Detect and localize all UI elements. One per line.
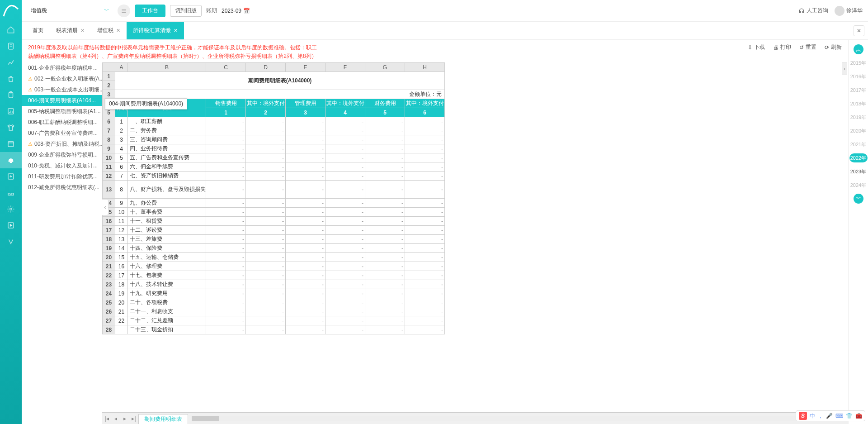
cell-rownum-4[interactable]: 5 (115, 153, 128, 162)
cell-rownum-22[interactable] (115, 325, 128, 334)
cell-0-3[interactable]: - (326, 117, 365, 126)
ime-logo-icon[interactable]: S (799, 412, 807, 420)
nav-doc-icon[interactable] (0, 38, 22, 54)
row-27[interactable]: 27 (103, 316, 115, 325)
cell-2-4[interactable]: - (365, 135, 405, 144)
row-9[interactable]: 9 (103, 144, 115, 153)
cell-15-1[interactable]: - (246, 262, 286, 271)
cell-17-4[interactable]: - (365, 280, 405, 289)
user-menu[interactable]: 徐泽华 (835, 6, 863, 16)
row-11[interactable]: 11 (103, 162, 115, 172)
side-item-8[interactable]: 009-企业所得税弥补亏损明... (22, 149, 102, 160)
nav-home-icon[interactable] (0, 22, 22, 38)
cell-9-3[interactable]: - (326, 208, 365, 217)
row-28[interactable]: 28 (103, 325, 115, 334)
side-item-10[interactable]: 011-研发费用加计扣除优惠... (22, 171, 102, 182)
cell-15-3[interactable]: - (326, 262, 365, 271)
cell-4-4[interactable]: - (365, 153, 405, 162)
cell-name-17[interactable]: 十八、技术转让费 (128, 280, 206, 289)
cell-12-4[interactable]: - (365, 235, 405, 244)
cell-9-5[interactable]: - (405, 208, 445, 217)
cell-18-1[interactable]: - (246, 289, 286, 298)
cell-21-4[interactable]: - (365, 316, 405, 325)
cell-name-10[interactable]: 十一、租赁费 (128, 217, 206, 226)
cell-2-5[interactable]: - (405, 135, 445, 144)
cell-6-5[interactable]: - (405, 172, 445, 181)
ime-tool-icon[interactable]: 🧰 (855, 413, 862, 419)
cell-3-5[interactable]: - (405, 144, 445, 153)
cell-12-2[interactable]: - (286, 235, 326, 244)
cell-1-4[interactable]: - (365, 126, 405, 135)
cell-16-2[interactable]: - (286, 271, 326, 280)
year-2023年[interactable]: 2023年 (849, 165, 868, 178)
list-toggle-button[interactable] (118, 5, 130, 17)
cell-15-0[interactable]: - (206, 262, 246, 271)
cell-name-14[interactable]: 十五、运输、仓储费 (128, 253, 206, 262)
side-item-11[interactable]: 012-减免所得税优惠明细表(... (22, 182, 102, 193)
cell-rownum-5[interactable]: 6 (115, 162, 128, 172)
cell-2-0[interactable]: - (206, 135, 246, 144)
cell-11-5[interactable]: - (405, 226, 445, 235)
cell-21-5[interactable]: - (405, 316, 445, 325)
col-D[interactable]: D (246, 63, 286, 72)
cell-name-7[interactable]: 八、财产损耗、盘亏及毁损损失 (128, 181, 206, 199)
cell-22-3[interactable]: - (326, 325, 365, 334)
cell-1-2[interactable]: - (286, 126, 326, 135)
cell-20-5[interactable]: - (405, 307, 445, 316)
row-6[interactable]: 6 (103, 117, 115, 126)
cell-rownum-13[interactable]: 14 (115, 244, 128, 253)
close-icon[interactable]: ✕ (116, 28, 120, 33)
cell-17-5[interactable]: - (405, 280, 445, 289)
cell-19-5[interactable]: - (405, 298, 445, 307)
nav-inbox-icon[interactable] (0, 185, 22, 201)
cell-5-1[interactable]: - (246, 162, 286, 172)
right-expand-handle[interactable]: › (842, 62, 847, 75)
cell-22-2[interactable]: - (286, 325, 326, 334)
cell-13-0[interactable]: - (206, 244, 246, 253)
cell-7-5[interactable]: - (405, 181, 445, 199)
cell-22-1[interactable]: - (246, 325, 286, 334)
cell-10-5[interactable]: - (405, 217, 445, 226)
cell-16-4[interactable]: - (365, 271, 405, 280)
row-7[interactable]: 7 (103, 126, 115, 135)
cell-2-1[interactable]: - (246, 135, 286, 144)
cell-rownum-17[interactable]: 18 (115, 280, 128, 289)
row-17[interactable]: 17 (103, 226, 115, 235)
year-2015年[interactable]: 2015年 (849, 56, 868, 70)
nav-active-icon[interactable] (0, 152, 22, 168)
cell-name-5[interactable]: 六、佣金和手续费 (128, 162, 206, 172)
cell-10-1[interactable]: - (246, 217, 286, 226)
cell-10-0[interactable]: - (206, 217, 246, 226)
cell-13-3[interactable]: - (326, 244, 365, 253)
reset-button[interactable]: ↺重置 (799, 43, 816, 51)
tab-1[interactable]: 税表清册✕ (50, 22, 91, 39)
cell-15-5[interactable]: - (405, 262, 445, 271)
ime-punct[interactable]: ， (818, 412, 823, 420)
cell-10-3[interactable]: - (326, 217, 365, 226)
cell-5-0[interactable]: - (206, 162, 246, 172)
cell-10-4[interactable]: - (365, 217, 405, 226)
nav-v-icon[interactable] (0, 233, 22, 250)
row-24[interactable]: 24 (103, 289, 115, 298)
row-10[interactable]: 10 (103, 153, 115, 162)
row-3[interactable]: 3 (103, 90, 115, 99)
cell-11-0[interactable]: - (206, 226, 246, 235)
nav-clipboard-icon[interactable] (0, 87, 22, 103)
sheet-nav-last[interactable]: ▸| (129, 415, 138, 422)
sheet-nav-next[interactable]: ▸ (120, 415, 129, 422)
cell-18-0[interactable]: - (206, 289, 246, 298)
cell-rownum-3[interactable]: 4 (115, 144, 128, 153)
col-A[interactable]: A (115, 63, 128, 72)
cell-19-2[interactable]: - (286, 298, 326, 307)
cell-14-3[interactable]: - (326, 253, 365, 262)
cell-6-1[interactable]: - (246, 172, 286, 181)
cell-17-0[interactable]: - (206, 280, 246, 289)
cell-8-1[interactable]: - (246, 199, 286, 208)
cell-6-3[interactable]: - (326, 172, 365, 181)
cell-7-4[interactable]: - (365, 181, 405, 199)
cell-rownum-21[interactable]: 22 (115, 316, 128, 325)
cell-rownum-11[interactable]: 12 (115, 226, 128, 235)
cell-7-2[interactable]: - (286, 181, 326, 199)
cell-15-2[interactable]: - (286, 262, 326, 271)
cell-name-8[interactable]: 九、办公费 (128, 199, 206, 208)
